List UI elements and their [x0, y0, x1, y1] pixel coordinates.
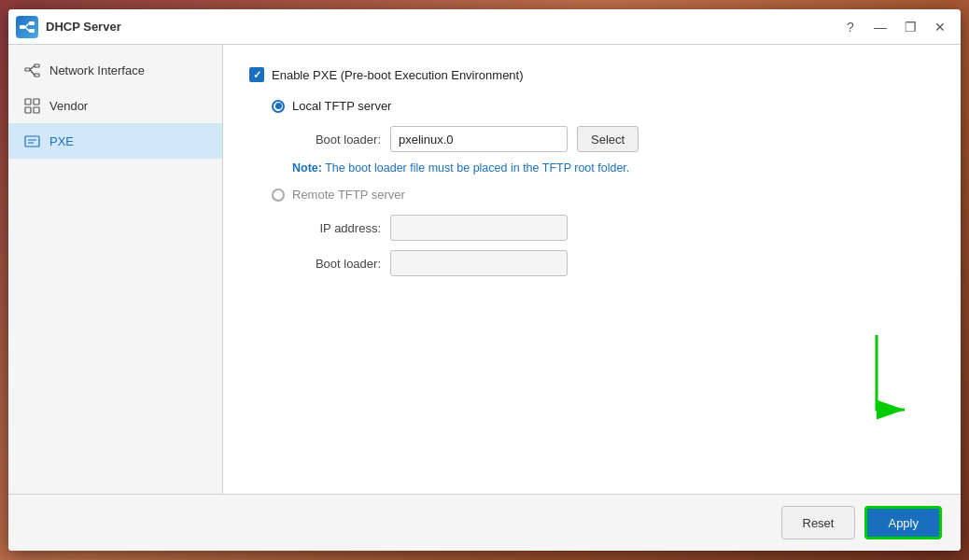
remote-tftp-label: Remote TFTP server: [292, 188, 405, 202]
svg-rect-12: [25, 107, 31, 113]
ip-address-label: IP address:: [292, 221, 381, 235]
local-tftp-section: Local TFTP server Boot loader: Select No…: [272, 99, 934, 276]
svg-rect-1: [29, 21, 35, 25]
content-area: Network Interface Vendor: [8, 45, 961, 494]
main-window: DHCP Server ? — ❐ ✕ N: [8, 9, 961, 551]
sidebar-item-pxe[interactable]: PXE: [8, 123, 222, 159]
remote-boot-loader-input[interactable]: [390, 250, 568, 276]
app-icon: [16, 16, 38, 38]
close-button[interactable]: ✕: [927, 14, 953, 40]
apply-button[interactable]: Apply: [864, 506, 942, 539]
titlebar: DHCP Server ? — ❐ ✕: [8, 9, 961, 45]
svg-rect-14: [25, 136, 39, 147]
footer: Reset Apply: [8, 494, 961, 551]
svg-rect-0: [20, 25, 25, 29]
svg-rect-2: [29, 29, 35, 33]
enable-pxe-row: Enable PXE (Pre-boot Execution Environme…: [249, 67, 934, 82]
svg-rect-6: [35, 64, 39, 67]
restore-button[interactable]: ❐: [897, 14, 923, 40]
vendor-icon: [23, 97, 40, 114]
svg-rect-13: [34, 107, 39, 113]
network-interface-icon: [23, 62, 40, 78]
svg-rect-7: [35, 74, 39, 77]
svg-line-9: [30, 69, 35, 75]
svg-line-4: [25, 27, 29, 31]
boot-loader-row: Boot loader: Select: [292, 126, 934, 152]
svg-line-8: [30, 65, 35, 69]
remote-tftp-radio-row: Remote TFTP server: [272, 188, 934, 202]
boot-loader-label: Boot loader:: [292, 133, 381, 147]
remote-tftp-form: IP address: Boot loader:: [292, 215, 934, 276]
pxe-icon: [23, 133, 40, 149]
remote-tftp-radio[interactable]: [272, 189, 285, 202]
network-interface-label: Network Interface: [49, 63, 145, 77]
local-tftp-radio[interactable]: [272, 100, 285, 113]
sidebar-item-vendor[interactable]: Vendor: [8, 88, 222, 123]
remote-boot-loader-row: Boot loader:: [292, 250, 934, 276]
enable-pxe-label: Enable PXE (Pre-boot Execution Environme…: [272, 68, 524, 82]
minimize-button[interactable]: —: [867, 14, 893, 40]
select-button[interactable]: Select: [577, 126, 639, 152]
svg-rect-5: [25, 68, 30, 71]
pxe-label: PXE: [49, 134, 74, 148]
window-controls: ? — ❐ ✕: [837, 14, 953, 40]
note-body: The boot loader file must be placed in t…: [325, 161, 629, 175]
remote-boot-loader-label: Boot loader:: [292, 257, 381, 271]
annotation-arrow: [821, 326, 933, 447]
sidebar-item-network-interface[interactable]: Network Interface: [8, 52, 222, 88]
boot-loader-input[interactable]: [390, 126, 568, 152]
local-tftp-label: Local TFTP server: [292, 99, 391, 113]
sidebar: Network Interface Vendor: [8, 45, 223, 494]
help-button[interactable]: ?: [837, 14, 864, 40]
enable-pxe-checkbox[interactable]: [249, 67, 264, 82]
vendor-label: Vendor: [49, 99, 88, 113]
svg-rect-11: [34, 99, 39, 105]
main-panel: Enable PXE (Pre-boot Execution Environme…: [223, 45, 961, 494]
svg-rect-10: [25, 99, 31, 105]
note-text: Note: The boot loader file must be place…: [292, 161, 934, 175]
local-tftp-radio-row: Local TFTP server: [272, 99, 934, 113]
ip-address-input[interactable]: [390, 215, 568, 241]
svg-line-3: [25, 23, 29, 27]
note-label: Note:: [292, 161, 322, 175]
window-title: DHCP Server: [46, 20, 121, 34]
ip-address-row: IP address:: [292, 215, 934, 241]
local-tftp-form: Boot loader: Select Note: The boot loade…: [292, 126, 934, 175]
reset-button[interactable]: Reset: [781, 506, 856, 539]
